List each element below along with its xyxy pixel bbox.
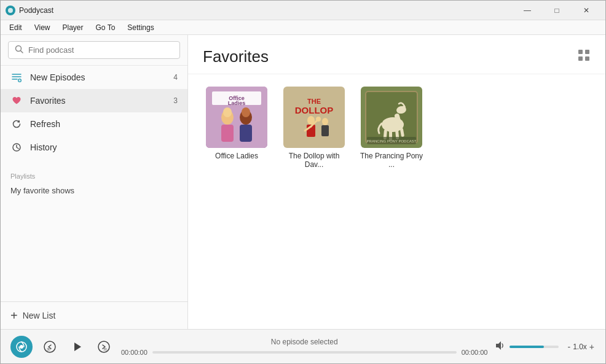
skip-back-button[interactable]: 30 — [40, 337, 60, 357]
podcast-label-dollop: The Dollop with Dav... — [280, 152, 348, 169]
podcast-thumb-office-ladies: Office Ladies — [206, 87, 267, 148]
new-episodes-icon — [10, 72, 23, 83]
speed-display: 1.0x — [573, 343, 587, 351]
favorites-label: Favorites — [30, 96, 165, 106]
svg-rect-16 — [585, 56, 589, 61]
svg-rect-36 — [321, 125, 329, 136]
window-controls: — □ ✕ — [513, 1, 600, 20]
statistics-label: Statistics — [30, 166, 165, 166]
svg-rect-13 — [578, 50, 583, 54]
podcast-card-office-ladies[interactable]: Office Ladies — [203, 87, 270, 169]
title-bar: Poddycast — □ ✕ — [1, 1, 605, 20]
statistics-icon — [10, 165, 23, 166]
menu-view[interactable]: View — [28, 20, 57, 34]
svg-point-26 — [242, 107, 250, 117]
new-episodes-badge: 4 — [165, 73, 178, 82]
svg-marker-55 — [496, 341, 501, 350]
svg-rect-25 — [240, 125, 252, 142]
podcast-label-prancing-pony: The Prancing Pony ... — [358, 152, 425, 169]
svg-point-35 — [322, 118, 328, 125]
speed-decrease-button[interactable]: - — [566, 342, 572, 352]
svg-text:DOLLOP: DOLLOP — [295, 105, 334, 115]
favorites-icon — [10, 95, 23, 106]
player-bar: 30 30 No episode selected 00:00:00 00:00… — [1, 329, 605, 363]
svg-marker-52 — [74, 343, 81, 351]
history-icon — [10, 142, 23, 153]
menu-edit[interactable]: Edit — [3, 20, 28, 34]
player-time-total: 00:00:00 — [462, 349, 488, 356]
close-button[interactable]: ✕ — [572, 1, 600, 20]
grid-view-icon[interactable] — [577, 48, 591, 65]
player-status: No episode selected — [271, 338, 338, 346]
search-icon — [15, 45, 23, 55]
podcast-thumb-prancing-pony: PRANCING PONY PODCAST — [361, 87, 422, 148]
svg-point-33 — [316, 117, 321, 122]
svg-point-49 — [20, 345, 23, 349]
sidebar-item-new-episodes[interactable]: New Episodes 4 — [1, 66, 187, 89]
nav-list: New Episodes 4 Favorites 3 — [1, 66, 187, 166]
svg-text:30: 30 — [103, 347, 107, 351]
volume-bar[interactable] — [510, 346, 559, 348]
new-list-button[interactable]: + New List — [10, 309, 178, 322]
player-progress: 00:00:00 00:00:00 — [121, 349, 487, 356]
sidebar-bottom: + New List — [1, 301, 187, 329]
new-list-label: New List — [23, 311, 56, 320]
speed-section: - 1.0x + — [566, 342, 596, 352]
playlists-label: Playlists — [10, 172, 178, 180]
page-title: Favorites — [203, 47, 269, 66]
podcast-card-dollop[interactable]: THE DOLLOP The Dollop with Dav... — [280, 87, 348, 169]
svg-rect-27 — [283, 87, 345, 148]
progress-bar[interactable] — [152, 351, 457, 354]
sidebar-item-favorites[interactable]: Favorites 3 — [1, 89, 187, 112]
app-title: Poddycast — [19, 6, 513, 15]
main-container: New Episodes 4 Favorites 3 — [1, 35, 605, 329]
menu-settings[interactable]: Settings — [121, 20, 160, 34]
refresh-label: Refresh — [30, 119, 165, 129]
menu-player[interactable]: Player — [56, 20, 89, 34]
skip-forward-button[interactable]: 30 — [94, 337, 114, 357]
maximize-button[interactable]: □ — [543, 1, 571, 20]
podcast-main-icon — [10, 336, 33, 358]
search-box[interactable] — [8, 41, 180, 59]
player-time-current: 00:00:00 — [121, 349, 148, 356]
podcast-label-office-ladies: Office Ladies — [215, 152, 258, 160]
player-time-section: No episode selected 00:00:00 00:00:00 — [121, 338, 487, 356]
podcast-thumb-dollop: THE DOLLOP — [283, 87, 345, 148]
svg-text:THE: THE — [307, 98, 321, 105]
svg-rect-22 — [221, 125, 234, 142]
search-input[interactable] — [28, 45, 173, 55]
app-icon — [6, 6, 15, 15]
sidebar: New Episodes 4 Favorites 3 — [1, 35, 188, 329]
sidebar-item-history[interactable]: History — [1, 136, 187, 159]
svg-line-2 — [21, 51, 23, 53]
svg-rect-14 — [585, 50, 589, 54]
podcasts-grid: Office Ladies — [188, 74, 605, 329]
favorites-badge: 3 — [165, 96, 178, 105]
volume-icon[interactable] — [495, 340, 506, 354]
play-button[interactable] — [67, 337, 87, 357]
svg-text:Ladies: Ladies — [228, 100, 246, 106]
svg-point-23 — [223, 107, 232, 117]
refresh-icon — [10, 118, 23, 130]
playlist-my-favorites[interactable]: My favorite shows — [10, 182, 178, 199]
content-area: Favorites — [188, 35, 605, 329]
speed-increase-button[interactable]: + — [588, 342, 596, 352]
plus-icon: + — [10, 309, 18, 322]
podcast-card-prancing-pony[interactable]: PRANCING PONY PODCAST The Prancing Pony … — [358, 87, 425, 169]
svg-text:PRANCING PONY PODCAST: PRANCING PONY PODCAST — [367, 139, 417, 143]
playlists-section: Playlists My favorite shows — [1, 166, 187, 201]
svg-rect-15 — [578, 56, 583, 61]
volume-bar-fill — [510, 346, 544, 348]
history-label: History — [30, 142, 165, 152]
content-header: Favorites — [188, 35, 605, 74]
new-episodes-label: New Episodes — [30, 72, 165, 82]
svg-point-0 — [8, 8, 13, 13]
menu-goto[interactable]: Go To — [90, 20, 122, 34]
sidebar-item-statistics[interactable]: Statistics — [1, 159, 187, 166]
search-container — [1, 35, 187, 66]
minimize-button[interactable]: — — [513, 1, 541, 20]
menu-bar: Edit View Player Go To Settings — [1, 20, 605, 35]
svg-text:30: 30 — [47, 347, 50, 351]
volume-section — [495, 340, 559, 354]
sidebar-item-refresh[interactable]: Refresh — [1, 112, 187, 136]
